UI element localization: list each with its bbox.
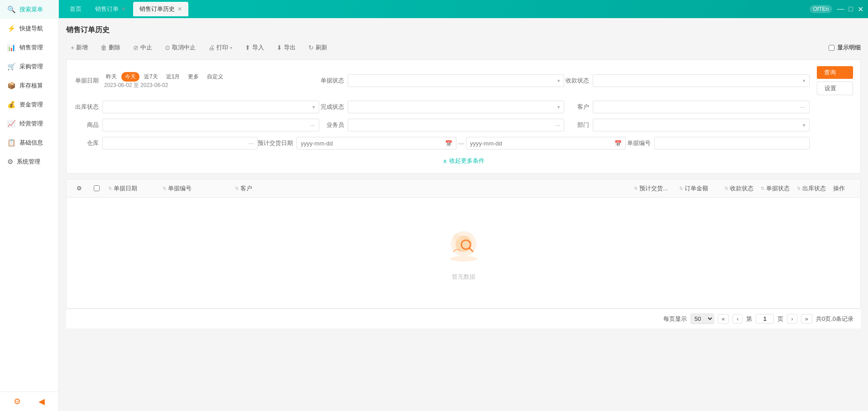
customer-control[interactable]: ···	[593, 101, 810, 113]
sidebar-item-label: 采购管理	[19, 63, 43, 71]
sort-icon: ⇅	[724, 186, 728, 191]
close-button[interactable]: ✕	[858, 5, 863, 14]
refresh-button[interactable]: ↻ 刷新	[304, 41, 332, 54]
delivery-date-end-input[interactable]	[470, 140, 614, 147]
prev-page-button[interactable]: ‹	[733, 314, 743, 324]
th-out-status[interactable]: ⇅ 出库状态	[793, 184, 830, 193]
tab-sales-order-history-close[interactable]: ✕	[177, 6, 182, 12]
th-payment-status[interactable]: ⇅ 收款状态	[721, 184, 757, 193]
sidebar-settings-icon[interactable]: ⚙	[14, 396, 21, 406]
department-arrow-icon: ▾	[803, 122, 806, 128]
date-tab-1month[interactable]: 近1月	[163, 72, 184, 82]
date-tab-7days[interactable]: 近7天	[140, 72, 162, 82]
sidebar-item-quick-nav[interactable]: ⚡ 快捷导航	[0, 19, 58, 38]
department-control[interactable]: ▾	[593, 119, 810, 131]
last-page-button[interactable]: »	[801, 314, 812, 324]
stop-button[interactable]: ⊘ 中止	[129, 41, 157, 54]
doc-number-input[interactable]	[658, 140, 806, 147]
salesperson-dots-icon[interactable]: ···	[555, 121, 561, 129]
sidebar-item-base-info[interactable]: 📋 基础信息	[0, 133, 58, 152]
first-page-button[interactable]: «	[718, 314, 729, 324]
customer-input[interactable]	[597, 104, 800, 111]
date-tab-more[interactable]: 更多	[184, 72, 202, 82]
sidebar-item-search-menu[interactable]: 🔍 搜索菜单	[0, 0, 58, 19]
print-button[interactable]: 🖨 打印 ▾	[204, 41, 237, 54]
sidebar-item-funds-mgmt[interactable]: 💰 资金管理	[0, 95, 58, 114]
delivery-date-start-input[interactable]	[301, 140, 445, 147]
sidebar-item-purchase-mgmt[interactable]: 🛒 采购管理	[0, 57, 58, 76]
sidebar-item-sales-mgmt[interactable]: 📊 销售管理	[0, 38, 58, 57]
toolbar: + 新增 🗑 删除 ⊘ 中止 ⊙ 取消中止 🖨 打印 ▾ ⬆ 导	[66, 41, 861, 54]
tab-sales-order-close[interactable]: ✕	[121, 6, 126, 12]
th-order-amount[interactable]: ⇅ 订单金额	[676, 184, 721, 193]
warehouse-dots-icon[interactable]: ···	[249, 140, 254, 147]
th-settings[interactable]: ⚙	[70, 185, 88, 192]
warehouse-control[interactable]: ···	[102, 137, 258, 150]
date-tab-yesterday[interactable]: 昨天	[102, 72, 120, 82]
goods-input[interactable]	[106, 122, 310, 129]
sort-icon: ⇅	[163, 186, 166, 191]
delivery-date-start-control[interactable]: 📅	[297, 137, 456, 150]
funds-mgmt-icon: 💰	[7, 101, 16, 109]
th-checkbox[interactable]	[88, 185, 105, 191]
tab-home[interactable]: 首页	[63, 2, 88, 16]
filter-item-salesperson: 业务员 ···	[319, 119, 565, 131]
th-doc-number[interactable]: ⇅ 单据编号	[159, 184, 231, 193]
table-settings-icon[interactable]: ⚙	[77, 185, 82, 192]
page-title: 销售订单历史	[66, 25, 861, 35]
settings-button[interactable]: 设置	[817, 82, 853, 95]
page-size-select[interactable]: 20 50 100	[691, 314, 714, 324]
export-button[interactable]: ⬇ 导出	[272, 41, 300, 54]
department-input[interactable]	[597, 122, 803, 129]
out-status-control[interactable]: ▾	[102, 101, 319, 113]
calendar-end-icon[interactable]: 📅	[614, 140, 622, 147]
complete-status-control[interactable]: ▾	[348, 101, 565, 113]
doc-number-control[interactable]	[654, 137, 810, 150]
payment-status-input[interactable]	[597, 77, 803, 84]
current-page-input[interactable]	[756, 314, 774, 324]
doc-status-input[interactable]	[352, 77, 558, 84]
filter-row-2: 出库状态 ▾ 完成状态 ▾ 客户	[74, 101, 853, 113]
sidebar-item-ops-mgmt[interactable]: 📈 经营管理	[0, 114, 58, 133]
sidebar-collapse-icon[interactable]: ◀	[38, 396, 45, 406]
sidebar-item-label: 资金管理	[19, 101, 43, 109]
delivery-date-end-control[interactable]: 📅	[466, 137, 626, 150]
topbar-right: OfTEn — □ ✕	[810, 5, 863, 14]
calendar-start-icon[interactable]: 📅	[445, 140, 452, 147]
collapse-button[interactable]: ∧ 收起更多条件	[74, 155, 853, 167]
query-button[interactable]: 查询	[817, 66, 853, 79]
salesperson-input[interactable]	[352, 122, 555, 129]
import-button[interactable]: ⬆ 导入	[240, 41, 269, 54]
customer-dots-icon[interactable]: ···	[800, 103, 806, 111]
add-button[interactable]: + 新增	[66, 41, 92, 54]
date-tab-today[interactable]: 今天	[121, 72, 139, 82]
date-tab-custom[interactable]: 自定义	[203, 72, 227, 82]
minimize-button[interactable]: —	[837, 5, 844, 13]
out-status-input[interactable]	[106, 104, 312, 111]
display-toggle-checkbox[interactable]	[829, 45, 834, 51]
goods-dots-icon[interactable]: ···	[310, 121, 315, 129]
sidebar-item-sys-mgmt[interactable]: ⚙ 系统管理	[0, 152, 58, 171]
sidebar-item-stock-calc[interactable]: 📦 库存核算	[0, 76, 58, 95]
cancel-stop-label: 取消中止	[172, 44, 196, 52]
salesperson-control[interactable]: ···	[348, 119, 565, 131]
tab-sales-order-history[interactable]: 销售订单历史 ✕	[133, 2, 188, 16]
th-delivery-date[interactable]: ⇅ 预计交货...	[630, 184, 676, 193]
th-doc-date[interactable]: ⇅ 单据日期	[105, 184, 159, 193]
select-all-checkbox[interactable]	[94, 185, 100, 191]
delete-button[interactable]: 🗑 删除	[96, 41, 125, 54]
th-doc-status[interactable]: ⇅ 单据状态	[757, 184, 793, 193]
warehouse-input[interactable]	[106, 140, 249, 147]
often-badge[interactable]: OfTEn	[810, 5, 833, 13]
payment-status-control[interactable]: ▾	[593, 74, 810, 87]
complete-status-input[interactable]	[352, 104, 558, 111]
doc-status-control[interactable]: ▾	[348, 74, 565, 87]
next-page-button[interactable]: ›	[787, 314, 797, 324]
maximize-button[interactable]: □	[849, 5, 853, 13]
th-customer[interactable]: ⇅ 客户	[231, 184, 630, 193]
goods-control[interactable]: ···	[102, 119, 319, 131]
total-records-text: 共0页,0条记录	[816, 315, 854, 323]
cancel-stop-button[interactable]: ⊙ 取消中止	[160, 41, 200, 54]
tab-sales-order[interactable]: 销售订单 ✕	[89, 2, 132, 16]
print-label: 打印	[216, 44, 228, 52]
